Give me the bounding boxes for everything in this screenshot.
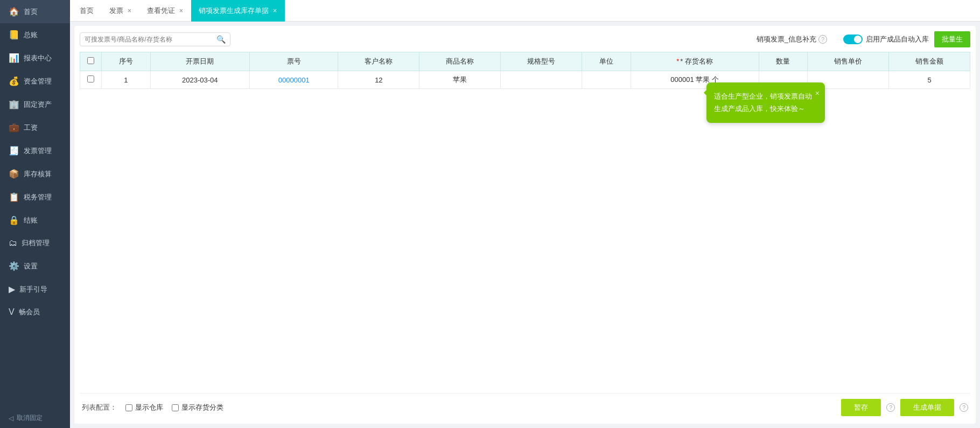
required-mark: *: [676, 57, 679, 65]
sidebar-label-member: 畅会员: [19, 307, 40, 317]
search-icon: 🔍: [216, 35, 226, 44]
col-seq: 序号: [102, 52, 151, 71]
show-warehouse-wrap[interactable]: 显示仓库: [125, 403, 163, 412]
pin-icon: ◁: [9, 415, 13, 422]
sidebar-item-member[interactable]: V 畅会员: [0, 301, 70, 323]
bottom-bar: 列表配置： 显示仓库 显示存货分类 暂存 ? 生成单据 ?: [80, 393, 970, 418]
sidebar-label-inventory: 库存核算: [24, 169, 52, 179]
tab-home[interactable]: 首页: [72, 0, 102, 22]
show-warehouse-label: 显示仓库: [135, 403, 163, 412]
gen-info-icon[interactable]: ?: [960, 403, 968, 412]
col-price: 销售单价: [808, 52, 889, 71]
ticket-no-link[interactable]: 00000001: [278, 76, 310, 84]
row-checkbox-cell[interactable]: [80, 71, 102, 89]
col-spec: 规格型号: [501, 52, 582, 71]
home-icon: 🏠: [9, 6, 19, 17]
main-area: 首页 发票 × 查看凭证 × 销项发票生成库存单据 × 🔍 销项发票_信息补充 …: [70, 0, 980, 428]
select-all-checkbox[interactable]: [87, 57, 94, 64]
content-area: 🔍 销项发票_信息补充 ? 启用产成品自动入库 批量生: [74, 26, 976, 424]
save-info-icon[interactable]: ?: [886, 403, 895, 412]
toggle-label: 启用产成品自动入库: [866, 34, 929, 44]
sidebar-item-archive[interactable]: 🗂 归档管理: [0, 232, 70, 254]
table-row: 1 2023-03-04 00000001 12 苹果 000001 苹果 个 …: [80, 71, 970, 89]
col-customer: 客户名称: [338, 52, 419, 71]
sidebar-item-settings[interactable]: ⚙️ 设置: [0, 254, 70, 278]
row-ticket-no[interactable]: 00000001: [250, 71, 338, 89]
bottom-actions: 暂存 ? 生成单据 ?: [841, 399, 968, 416]
sidebar-label-guide: 新手引导: [19, 285, 47, 294]
row-date: 2023-03-04: [150, 71, 250, 89]
row-spec: [501, 71, 582, 89]
row-unit: [582, 71, 631, 89]
sidebar-item-closing[interactable]: 🔒 结账: [0, 209, 70, 232]
sidebar-item-funds[interactable]: 💰 资金管理: [0, 70, 70, 93]
sidebar-pin-toggle[interactable]: ◁ 取消固定: [0, 408, 70, 428]
table-wrap: 序号 开票日期 票号 客户名称 商品名称 规格型号 单位 ** 存货名称 数量 …: [80, 52, 970, 389]
closing-icon: 🔒: [9, 215, 19, 225]
search-wrap[interactable]: 🔍: [80, 32, 230, 46]
sidebar-label-closing: 结账: [24, 216, 38, 225]
sidebar-label-home: 首页: [24, 7, 38, 17]
col-unit: 单位: [582, 52, 631, 71]
col-inventory: ** 存货名称: [631, 52, 759, 71]
report-icon: 📊: [9, 53, 19, 63]
sidebar-label-reports: 报表中心: [24, 53, 52, 63]
sidebar-label-tax: 税务管理: [24, 192, 52, 202]
info-text: 销项发票_信息补充 ?: [757, 34, 827, 44]
tab-voucher-close[interactable]: ×: [179, 7, 183, 15]
sidebar-item-guide[interactable]: ▶ 新手引导: [0, 278, 70, 301]
member-icon: V: [9, 307, 15, 317]
search-input[interactable]: [85, 36, 216, 43]
list-config-label: 列表配置：: [82, 403, 117, 412]
sidebar-label-ledger: 总账: [24, 30, 38, 40]
tooltip-close[interactable]: ×: [815, 87, 820, 100]
sidebar-item-home[interactable]: 🏠 首页: [0, 0, 70, 23]
tab-stock-slip-label: 销项发票生成库存单据: [199, 6, 269, 16]
auto-warehouse-toggle[interactable]: [843, 34, 863, 44]
generate-button[interactable]: 生成单据: [900, 399, 954, 416]
sidebar-item-reports[interactable]: 📊 报表中心: [0, 46, 70, 70]
save-button[interactable]: 暂存: [841, 399, 881, 416]
tab-bar: 首页 发票 × 查看凭证 × 销项发票生成库存单据 ×: [70, 0, 980, 22]
show-category-wrap[interactable]: 显示存货分类: [172, 403, 223, 412]
batch-button[interactable]: 批量生: [934, 31, 970, 47]
sidebar-item-invoice[interactable]: 🧾 发票管理: [0, 139, 70, 162]
tab-voucher-label: 查看凭证: [147, 6, 175, 16]
archive-icon: 🗂: [9, 238, 17, 248]
tab-invoice[interactable]: 发票 ×: [102, 0, 139, 22]
tab-home-label: 首页: [80, 6, 94, 16]
tab-voucher[interactable]: 查看凭证 ×: [139, 0, 191, 22]
sidebar-label-assets: 固定资产: [24, 100, 52, 109]
sidebar-label-funds: 资金管理: [24, 77, 52, 86]
sidebar-item-assets[interactable]: 🏢 固定资产: [0, 93, 70, 116]
sidebar: 🏠 首页 📒 总账 📊 报表中心 💰 资金管理 🏢 固定资产 💼 工资 🧾 发票…: [0, 0, 70, 428]
col-checkbox: [80, 52, 102, 71]
tab-stock-slip-close[interactable]: ×: [273, 7, 277, 15]
sidebar-item-tax[interactable]: 📋 税务管理: [0, 185, 70, 209]
guide-icon: ▶: [9, 284, 15, 294]
sidebar-label-archive: 归档管理: [22, 238, 50, 248]
toggle-wrap: 启用产成品自动入库: [843, 34, 929, 44]
sidebar-label-settings: 设置: [24, 261, 38, 271]
col-date: 开票日期: [150, 52, 250, 71]
row-amount: 5: [889, 71, 970, 89]
data-table: 序号 开票日期 票号 客户名称 商品名称 规格型号 单位 ** 存货名称 数量 …: [80, 52, 970, 89]
tab-invoice-close[interactable]: ×: [128, 7, 131, 15]
info-label: 销项发票_信息补充: [757, 34, 816, 44]
sidebar-item-salary[interactable]: 💼 工资: [0, 116, 70, 139]
row-seq: 1: [102, 71, 151, 89]
tab-invoice-label: 发票: [109, 6, 123, 16]
col-quantity: 数量: [759, 52, 808, 71]
invoice-icon: 🧾: [9, 146, 19, 156]
row-checkbox[interactable]: [87, 75, 94, 82]
col-amount: 销售金额: [889, 52, 970, 71]
sidebar-item-inventory[interactable]: 📦 库存核算: [0, 162, 70, 185]
pin-label: 取消固定: [17, 413, 43, 423]
tab-stock-slip[interactable]: 销项发票生成库存单据 ×: [191, 0, 285, 22]
show-category-checkbox[interactable]: [172, 404, 179, 411]
sidebar-item-ledger[interactable]: 📒 总账: [0, 23, 70, 46]
show-warehouse-checkbox[interactable]: [125, 404, 132, 411]
info-icon[interactable]: ?: [818, 35, 827, 44]
sidebar-label-salary: 工资: [24, 123, 38, 133]
assets-icon: 🏢: [9, 99, 19, 109]
